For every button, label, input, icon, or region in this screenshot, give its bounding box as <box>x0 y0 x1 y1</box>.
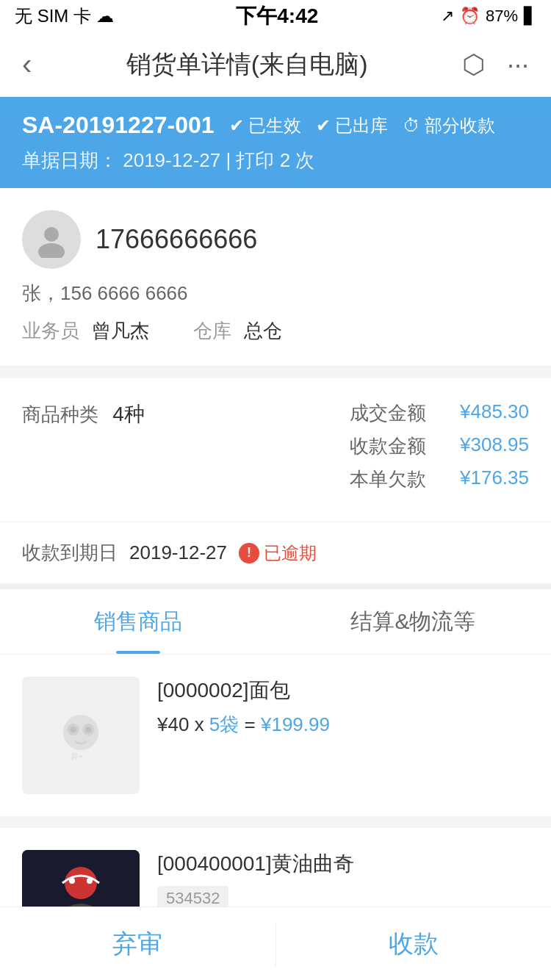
page-title: 销货单详情(来自电脑) <box>126 48 368 82</box>
deal-amount-row: 成交金额 ¥485.30 <box>350 400 529 426</box>
overdue-text: 已逾期 <box>264 541 317 565</box>
more-button[interactable]: ··· <box>507 49 529 80</box>
overdue-badge: ! 已逾期 <box>239 541 317 565</box>
sim-status: 无 SIM 卡 ☁ <box>15 4 114 28</box>
clock-icon: ⏱ <box>403 115 420 136</box>
category-label: 商品种类 <box>22 403 98 425</box>
deal-amount-value: ¥485.30 <box>441 400 529 426</box>
customer-phone: 17666666666 <box>96 224 257 255</box>
warehouse-info: 仓库 总仓 <box>193 318 282 344</box>
received-amount-label: 收款金额 <box>350 433 426 459</box>
nav-bar: ‹ 销货单详情(来自电脑) ⬡ ··· <box>0 32 551 97</box>
product-price-1: ¥40 x 5袋 = ¥199.99 <box>157 712 529 738</box>
warehouse-label: 仓库 <box>193 320 231 342</box>
svg-point-12 <box>87 878 93 884</box>
product-name-2: [000400001]黄油曲奇 <box>157 850 529 878</box>
product-total-1: ¥199.99 <box>261 713 330 735</box>
due-date-section: 收款到期日 2019-12-27 ! 已逾期 <box>0 522 551 589</box>
back-button[interactable]: ‹ <box>22 48 32 81</box>
status-bar: 无 SIM 卡 ☁ 下午4:42 ↗ ⏰ 87% ▋ <box>0 0 551 32</box>
debt-amount-row: 本单欠款 ¥176.35 <box>350 466 529 492</box>
due-label: 收款到期日 <box>22 540 118 566</box>
debt-value: ¥176.35 <box>441 466 529 492</box>
product-item-1: 兽+ [0000002]面包 ¥40 x 5袋 = ¥199.99 <box>0 655 551 816</box>
order-date-info: 单据日期： 2019-12-27 | 打印 2 次 <box>22 148 529 173</box>
svg-point-5 <box>71 727 76 732</box>
check-icon-2: ✔ <box>316 115 331 136</box>
abandon-review-button[interactable]: 弃审 <box>0 907 276 980</box>
order-header: SA-20191227-001 ✔ 已生效 ✔ 已出库 ⏱ 部分收款 单据日期：… <box>0 97 551 188</box>
stats-section: 商品种类 4种 成交金额 ¥485.30 收款金额 ¥308.95 本单欠款 ¥… <box>0 378 551 522</box>
location-icon: ↗ <box>441 7 454 26</box>
product-name-1: [0000002]面包 <box>157 677 529 705</box>
share-button[interactable]: ⬡ <box>462 49 485 80</box>
nav-actions: ⬡ ··· <box>462 49 529 80</box>
product-unit-price-1: ¥40 <box>157 713 189 735</box>
sales-info: 业务员 曾凡杰 <box>22 318 149 344</box>
svg-point-6 <box>85 727 91 732</box>
tab-bar: 销售商品 结算&物流等 <box>0 589 551 655</box>
category-count: 4种 <box>112 403 145 425</box>
product-qty-1: 5袋 <box>209 713 239 735</box>
sales-name: 曾凡杰 <box>92 320 149 342</box>
product-info-1: [0000002]面包 ¥40 x 5袋 = ¥199.99 <box>157 677 529 794</box>
svg-point-0 <box>44 227 59 242</box>
svg-point-9 <box>65 867 97 899</box>
deal-amount-label: 成交金额 <box>350 400 426 426</box>
status-partial-payment: ⏱ 部分收款 <box>403 114 495 137</box>
amount-info: 成交金额 ¥485.30 收款金额 ¥308.95 本单欠款 ¥176.35 <box>350 400 529 500</box>
received-amount-value: ¥308.95 <box>441 433 529 459</box>
bottom-bar: 弃审 收款 <box>0 907 551 980</box>
status-effected: ✔ 已生效 <box>229 114 301 137</box>
due-date-value: 2019-12-27 <box>129 541 227 564</box>
status-left: 无 SIM 卡 ☁ <box>15 4 114 28</box>
battery-level: 87% <box>486 7 518 26</box>
status-right: ↗ ⏰ 87% ▋ <box>441 7 536 26</box>
customer-section: 17666666666 张，156 6666 6666 业务员 曾凡杰 仓库 总… <box>0 188 551 367</box>
check-icon-1: ✔ <box>229 115 244 136</box>
sales-label: 业务员 <box>22 320 79 342</box>
status-time: 下午4:42 <box>236 2 318 30</box>
battery-icon: ▋ <box>524 7 536 26</box>
customer-name: 张，156 6666 6666 <box>22 281 529 306</box>
overdue-icon: ! <box>239 543 259 563</box>
category-info: 商品种类 4种 <box>22 400 145 428</box>
status-shipped: ✔ 已出库 <box>316 114 388 137</box>
product-image-1: 兽+ <box>22 677 140 794</box>
order-number: SA-20191227-001 <box>22 112 215 139</box>
collect-payment-button[interactable]: 收款 <box>276 907 552 980</box>
received-amount-row: 收款金额 ¥308.95 <box>350 433 529 459</box>
warehouse-name: 总仓 <box>244 320 282 342</box>
svg-text:兽+: 兽+ <box>71 752 84 760</box>
debt-label: 本单欠款 <box>350 466 426 492</box>
avatar <box>22 210 81 269</box>
tab-products[interactable]: 销售商品 <box>0 589 276 654</box>
svg-point-1 <box>38 243 65 258</box>
tab-settlement[interactable]: 结算&物流等 <box>276 589 551 654</box>
alarm-icon: ⏰ <box>460 7 480 26</box>
svg-point-11 <box>69 878 75 884</box>
